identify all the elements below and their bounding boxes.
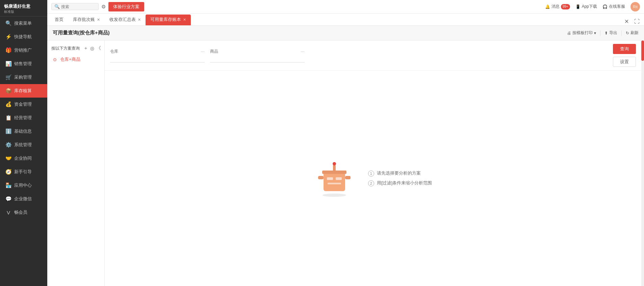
right-scrollbar[interactable] xyxy=(641,41,644,286)
empty-illustration xyxy=(314,158,355,199)
marketing-promo-icon: 🎁 xyxy=(5,47,11,53)
industry-solution-button[interactable]: 体验行业方案 xyxy=(108,2,144,11)
left-panel-icons: ＋ ◎ 《 xyxy=(83,45,101,51)
divider2 xyxy=(621,30,622,36)
sidebar-item-label: 销售管理 xyxy=(14,61,32,67)
left-panel-header: 按以下方案查询 ＋ ◎ 《 xyxy=(47,43,104,53)
tabs-actions: ✕ ⛶ xyxy=(623,18,641,25)
sidebar-item-app-center[interactable]: 🏪应用中心 xyxy=(0,179,47,192)
scrollbar-thumb[interactable] xyxy=(641,41,644,61)
topbar: 🔍 ⚙ 体验行业方案 🔔 消息 99+ 📱 App下载 🎧 在线客服 Rit xyxy=(47,0,644,14)
left-panel: 按以下方案查询 ＋ ◎ 《 ⊙仓库+商品 xyxy=(47,41,105,286)
page-header: 可用量查询(按仓库+商品) 🖨 按模板打印 ▾ ⬆ 导出 ↻ 刷新 xyxy=(47,26,644,41)
add-scheme-icon[interactable]: ＋ xyxy=(83,45,88,51)
sidebar-item-label: 经营管理 xyxy=(14,115,32,121)
sidebar-item-new-guide[interactable]: 🧭新手引导 xyxy=(0,165,47,179)
tab-home[interactable]: 首页 xyxy=(50,15,68,25)
setting-button[interactable]: 设置 xyxy=(613,57,636,67)
tab-available-stock[interactable]: 可用量库存账本✕ xyxy=(146,15,191,25)
warehouse-more-dots[interactable]: ··· xyxy=(201,49,205,54)
gear-icon[interactable]: ⚙ xyxy=(101,4,106,10)
sidebar-item-enterprise-collab[interactable]: 🤝企业协同 xyxy=(0,152,47,165)
expand-tab-button[interactable]: ⛶ xyxy=(633,18,641,25)
sidebar-item-label: 营销推广 xyxy=(14,47,32,53)
sidebar-item-label: 系统管理 xyxy=(14,142,32,148)
enterprise-wechat-icon: 💬 xyxy=(5,196,11,202)
svg-rect-8 xyxy=(318,176,324,179)
avatar[interactable]: Rit xyxy=(630,2,640,11)
search-input[interactable] xyxy=(61,4,92,9)
sidebar-item-chang-member[interactable]: V畅会员 xyxy=(0,206,47,219)
inventory-calc-icon: 📦 xyxy=(5,88,11,94)
message-button[interactable]: 🔔 消息 99+ xyxy=(545,4,570,9)
sidebar-item-sales-mgmt[interactable]: 📊销售管理 xyxy=(0,57,47,71)
sidebar-item-quick-nav[interactable]: ⚡快捷导航 xyxy=(0,30,47,44)
warehouse-filter-field: 仓库 ··· xyxy=(110,49,205,62)
refresh-button[interactable]: ↻ 刷新 xyxy=(626,30,639,36)
refresh-icon: ↻ xyxy=(626,31,629,35)
sidebar-logo-title: 畅康通好生意 xyxy=(4,3,43,9)
sidebar-item-label: 快捷导航 xyxy=(14,34,32,40)
empty-hint-1: 1 请先选择要分析的方案 xyxy=(368,170,432,177)
mobile-icon: 📱 xyxy=(575,4,581,9)
warehouse-label: 仓库 ··· xyxy=(110,49,205,54)
sidebar-item-label: 资金管理 xyxy=(14,101,32,107)
settings-scheme-icon[interactable]: ◎ xyxy=(90,46,94,51)
svg-point-0 xyxy=(323,193,346,197)
sidebar-item-label: 搜索菜单 xyxy=(14,20,32,26)
schemes-list: ⊙仓库+商品 xyxy=(47,53,104,66)
topbar-right: 🔔 消息 99+ 📱 App下载 🎧 在线客服 Rit xyxy=(545,2,640,11)
sidebar-item-basic-info[interactable]: ℹ️基础信息 xyxy=(0,125,47,138)
empty-robot-icon xyxy=(317,160,351,197)
goods-input[interactable] xyxy=(210,55,305,62)
printer-icon: 🖨 xyxy=(567,31,571,35)
sidebar-nav: 🔍搜索菜单⚡快捷导航🎁营销推广📊销售管理🛒采购管理📦库存核算💰资金管理📋经营管理… xyxy=(0,17,47,286)
sidebar-item-label: 企业微信 xyxy=(14,196,32,202)
sys-mgmt-icon: ⚙️ xyxy=(5,142,11,148)
search-icon: 🔍 xyxy=(5,20,11,26)
topbar-search-box[interactable]: 🔍 xyxy=(51,3,99,10)
sidebar-item-search[interactable]: 🔍搜索菜单 xyxy=(0,17,47,30)
goods-more-dots[interactable]: ··· xyxy=(301,49,305,54)
sidebar-item-ops-mgmt[interactable]: 📋经营管理 xyxy=(0,111,47,125)
sidebar-item-marketing-promo[interactable]: 🎁营销推广 xyxy=(0,44,47,57)
sidebar-item-label: 基础信息 xyxy=(14,128,32,134)
svg-rect-9 xyxy=(345,176,351,179)
scheme-item-warehouse-goods[interactable]: ⊙仓库+商品 xyxy=(47,53,104,66)
app-download-button[interactable]: 📱 App下载 xyxy=(575,4,597,9)
sidebar-item-fund-mgmt[interactable]: 💰资金管理 xyxy=(0,98,47,111)
sales-mgmt-icon: 📊 xyxy=(5,61,11,67)
sidebar-item-sys-mgmt[interactable]: ⚙️系统管理 xyxy=(0,138,47,152)
right-content: 仓库 ··· 商品 ··· 查询 设置 xyxy=(105,41,641,286)
tab-label: 可用量库存账本 xyxy=(150,17,181,23)
collapse-panel-icon[interactable]: 《 xyxy=(96,45,101,51)
chevron-down-icon: ▾ xyxy=(594,31,596,35)
online-service-button[interactable]: 🎧 在线客服 xyxy=(602,4,625,9)
sidebar-item-inventory-calc[interactable]: 📦库存核算 xyxy=(0,84,47,98)
svg-rect-7 xyxy=(322,171,346,174)
tab-collect-summary[interactable]: 收发存汇总表✕ xyxy=(105,15,146,25)
sidebar-item-label: 新手引导 xyxy=(14,169,32,175)
page-header-actions: 🖨 按模板打印 ▾ ⬆ 导出 ↻ 刷新 xyxy=(567,30,639,36)
goods-label: 商品 ··· xyxy=(210,49,305,54)
tab-batch-account[interactable]: 库存批次账✕ xyxy=(68,15,105,25)
sidebar-item-label: 应用中心 xyxy=(14,182,32,188)
query-button[interactable]: 查询 xyxy=(613,44,636,54)
message-badge: 99+ xyxy=(561,4,570,9)
warehouse-input[interactable] xyxy=(110,55,205,62)
sidebar-item-label: 畅会员 xyxy=(14,209,27,215)
export-button[interactable]: ⬆ 导出 xyxy=(604,30,617,36)
close-tab-button[interactable]: ✕ xyxy=(623,18,630,25)
tab-label: 首页 xyxy=(55,17,63,23)
page-title: 可用量查询(按仓库+商品) xyxy=(53,30,110,36)
tab-close-icon[interactable]: ✕ xyxy=(97,18,100,22)
export-icon: ⬆ xyxy=(604,31,608,35)
sidebar-item-label: 库存核算 xyxy=(14,88,32,94)
tab-close-icon[interactable]: ✕ xyxy=(183,18,186,22)
sidebar-item-enterprise-wechat[interactable]: 💬企业微信 xyxy=(0,192,47,206)
svg-rect-4 xyxy=(328,183,341,184)
purchase-mgmt-icon: 🛒 xyxy=(5,74,11,80)
tab-close-icon[interactable]: ✕ xyxy=(138,18,141,22)
sidebar-item-purchase-mgmt[interactable]: 🛒采购管理 xyxy=(0,71,47,84)
template-print-button[interactable]: 🖨 按模板打印 ▾ xyxy=(567,30,596,36)
